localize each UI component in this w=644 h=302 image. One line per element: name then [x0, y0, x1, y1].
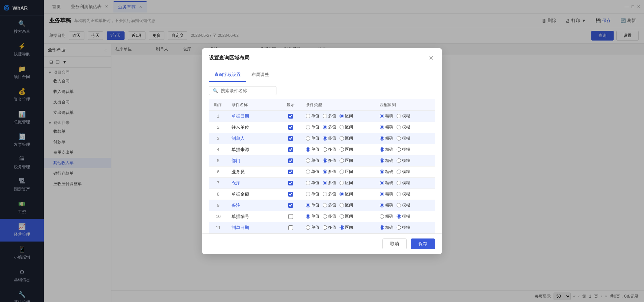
type-option-单值[interactable]: 单值	[306, 180, 319, 186]
match-option-精确[interactable]: 精确	[380, 113, 393, 119]
type-option-多值[interactable]: 多值	[323, 124, 336, 130]
type-option-单值[interactable]: 单值	[306, 225, 319, 230]
type-option-区间[interactable]: 区间	[340, 169, 353, 175]
type-option-单值[interactable]: 单值	[306, 124, 319, 130]
type-option-单值[interactable]: 单值	[306, 191, 319, 197]
type-option-区间[interactable]: 区间	[340, 180, 353, 186]
row-show[interactable]	[279, 222, 302, 233]
match-option-精确[interactable]: 精确	[380, 124, 393, 130]
match-option-精确[interactable]: 精确	[380, 225, 393, 230]
type-option-单值[interactable]: 单值	[306, 135, 319, 141]
row-seq: 1	[209, 110, 227, 122]
cancel-button[interactable]: 取消	[382, 238, 407, 249]
modal-tab-layout[interactable]: 布局调整	[246, 68, 274, 82]
type-option-多值[interactable]: 多值	[323, 113, 336, 119]
type-option-区间[interactable]: 区间	[340, 124, 353, 130]
type-option-区间[interactable]: 区间	[340, 135, 353, 141]
type-option-多值[interactable]: 多值	[323, 191, 336, 197]
type-option-区间[interactable]: 区间	[340, 225, 353, 230]
type-option-多值[interactable]: 多值	[323, 180, 336, 186]
show-checkbox[interactable]	[288, 114, 293, 119]
match-option-模糊[interactable]: 模糊	[397, 180, 410, 186]
match-option-精确[interactable]: 精确	[380, 147, 393, 152]
type-option-多值[interactable]: 多值	[323, 135, 336, 141]
row-name: 制单人	[227, 133, 279, 144]
type-option-单值[interactable]: 单值	[306, 202, 319, 208]
type-option-单值[interactable]: 单值	[306, 169, 319, 175]
row-name: 单据编号	[227, 211, 279, 222]
match-option-精确[interactable]: 精确	[380, 191, 393, 197]
match-option-模糊[interactable]: 模糊	[397, 158, 410, 163]
row-seq: 7	[209, 177, 227, 188]
row-type: 单值多值区间	[302, 155, 376, 166]
show-checkbox[interactable]	[288, 125, 293, 130]
type-option-多值[interactable]: 多值	[323, 158, 336, 163]
show-checkbox[interactable]	[288, 136, 293, 141]
row-show[interactable]	[279, 144, 302, 155]
row-name: 往来单位	[227, 122, 279, 133]
show-checkbox[interactable]	[288, 214, 293, 219]
row-show[interactable]	[279, 211, 302, 222]
match-option-精确[interactable]: 精确	[380, 135, 393, 141]
type-option-单值[interactable]: 单值	[306, 158, 319, 163]
table-row: 11制单日期单值多值区间精确模糊	[209, 222, 435, 233]
match-option-精确[interactable]: 精确	[380, 158, 393, 163]
match-option-模糊[interactable]: 模糊	[397, 225, 410, 230]
show-checkbox[interactable]	[288, 170, 293, 174]
show-checkbox[interactable]	[288, 192, 293, 197]
row-show[interactable]	[279, 166, 302, 177]
type-option-多值[interactable]: 多值	[323, 147, 336, 152]
row-seq: 5	[209, 155, 227, 166]
type-option-单值[interactable]: 单值	[306, 213, 319, 219]
modal-tab-fields[interactable]: 查询字段设置	[209, 68, 246, 82]
show-checkbox[interactable]	[288, 225, 293, 230]
type-option-区间[interactable]: 区间	[340, 113, 353, 119]
type-option-区间[interactable]: 区间	[340, 191, 353, 197]
match-option-模糊[interactable]: 模糊	[397, 147, 410, 152]
type-option-多值[interactable]: 多值	[323, 202, 336, 208]
match-option-模糊[interactable]: 模糊	[397, 191, 410, 197]
type-option-区间[interactable]: 区间	[340, 147, 353, 152]
type-option-多值[interactable]: 多值	[323, 225, 336, 230]
match-option-模糊[interactable]: 模糊	[397, 202, 410, 208]
row-seq: 9	[209, 200, 227, 211]
row-show[interactable]	[279, 110, 302, 122]
show-checkbox[interactable]	[288, 181, 293, 185]
match-option-模糊[interactable]: 模糊	[397, 169, 410, 175]
show-checkbox[interactable]	[288, 147, 293, 152]
row-type: 单值多值区间	[302, 110, 376, 122]
match-option-模糊[interactable]: 模糊	[397, 124, 410, 130]
match-option-精确[interactable]: 精确	[380, 202, 393, 208]
row-type: 单值多值区间	[302, 144, 376, 155]
modal-close-btn[interactable]: ✕	[427, 53, 435, 63]
search-input[interactable]	[221, 88, 271, 93]
type-option-单值[interactable]: 单值	[306, 113, 319, 119]
type-option-多值[interactable]: 多值	[323, 169, 336, 175]
row-type: 单值多值区间	[302, 188, 376, 200]
row-show[interactable]	[279, 122, 302, 133]
save-button[interactable]: 保存	[411, 238, 435, 249]
type-option-区间[interactable]: 区间	[340, 213, 353, 219]
row-show[interactable]	[279, 155, 302, 166]
type-option-多值[interactable]: 多值	[323, 213, 336, 219]
col-match: 匹配原则	[376, 99, 435, 111]
type-option-单值[interactable]: 单值	[306, 147, 319, 152]
row-type: 单值多值区间	[302, 211, 376, 222]
show-checkbox[interactable]	[288, 158, 293, 163]
row-match: 精确模糊	[376, 200, 435, 211]
row-show[interactable]	[279, 188, 302, 200]
match-option-模糊[interactable]: 模糊	[397, 135, 410, 141]
row-show[interactable]	[279, 200, 302, 211]
table-row: 2往来单位单值多值区间精确模糊	[209, 122, 435, 133]
row-show[interactable]	[279, 177, 302, 188]
row-show[interactable]	[279, 133, 302, 144]
type-option-区间[interactable]: 区间	[340, 158, 353, 163]
match-option-精确[interactable]: 精确	[380, 213, 393, 219]
match-option-模糊[interactable]: 模糊	[397, 213, 410, 219]
match-option-模糊[interactable]: 模糊	[397, 113, 410, 119]
row-name: 单据日期	[227, 110, 279, 122]
match-option-精确[interactable]: 精确	[380, 169, 393, 175]
show-checkbox[interactable]	[288, 203, 293, 208]
match-option-精确[interactable]: 精确	[380, 180, 393, 186]
type-option-区间[interactable]: 区间	[340, 202, 353, 208]
